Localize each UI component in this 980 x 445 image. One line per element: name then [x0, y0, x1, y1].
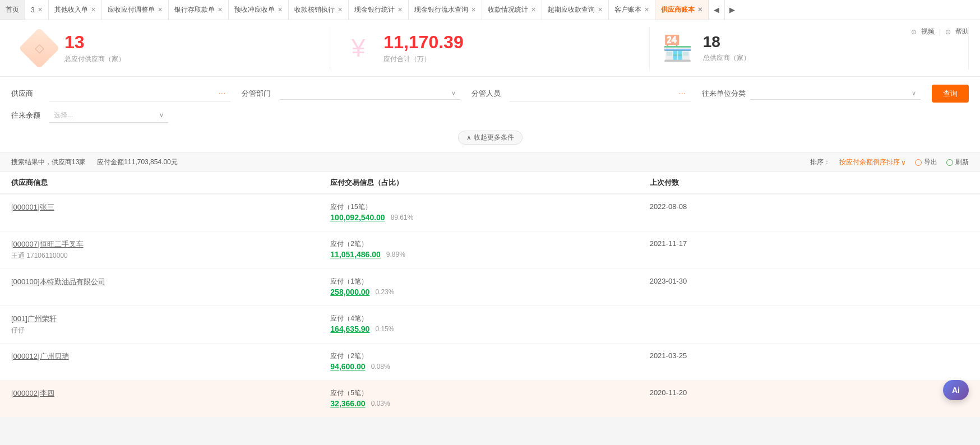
tx-percent: 0.15%	[375, 325, 394, 333]
table-row: [001]广州荣轩仔仔应付（4笔）164,635.900.15%	[0, 306, 980, 344]
nav-arrow-right[interactable]: ▶	[724, 0, 740, 20]
nav-tab-cash-flow[interactable]: 现金银行流水查询 ✕	[409, 0, 482, 20]
nav-tab-bank-deposit-close[interactable]: ✕	[218, 6, 223, 13]
stat-total-supplier-label: 总供应商（家）	[703, 53, 750, 63]
tx-amount-row: 94,600.000.08%	[330, 361, 649, 372]
tx-amount[interactable]: 32,366.00	[330, 399, 365, 408]
nav-tab-customer-ledger[interactable]: 客户账本 ✕	[609, 0, 655, 20]
ai-button[interactable]: Ai	[943, 380, 969, 400]
tx-cell: 应付（2笔）94,600.000.08%	[330, 351, 649, 372]
stat-supplier-text: 13 总应付供应商（家）	[64, 33, 125, 64]
unit-type-filter-select-wrap[interactable]: ∨	[750, 87, 921, 100]
nav-tab-collection-status-close[interactable]: ✕	[531, 6, 536, 13]
nav-arrow-left[interactable]: ◀	[709, 0, 724, 20]
nav-tab-advance-offset-close[interactable]: ✕	[278, 6, 283, 13]
last-pay-cell: 2022-08-08	[650, 202, 969, 223]
filter-row-2: 往来余额 选择... ∨	[11, 108, 969, 123]
person-filter-input[interactable]	[514, 89, 678, 98]
tx-percent: 0.08%	[371, 363, 390, 370]
supplier-link[interactable]: [001]广州荣轩	[11, 314, 330, 324]
nav-tab-supplier-ledger[interactable]: 供应商账本 ✕	[655, 0, 709, 20]
balance-filter-arrow: ∨	[159, 112, 164, 119]
supplier-cell: [000002]李四	[11, 388, 330, 409]
collapse-label: 收起更多条件	[474, 133, 514, 142]
tx-amount[interactable]: 11,051,486.00	[330, 250, 381, 259]
tx-amount-row: 258,000.000.23%	[330, 286, 649, 298]
stats-bar: ◇ 13 总应付供应商（家） ¥ 11,170.39 应付合计（万） 🏪 18 …	[0, 20, 980, 77]
tx-amount[interactable]: 258,000.00	[330, 288, 369, 296]
tx-amount[interactable]: 94,600.00	[330, 362, 365, 371]
stat-payable-label: 应付合计（万）	[383, 54, 463, 64]
refresh-button[interactable]: 刷新	[946, 157, 969, 167]
person-filter-dots[interactable]: ···	[678, 89, 686, 99]
export-icon	[915, 159, 922, 166]
tx-label: 应付（4笔）	[330, 314, 649, 323]
nav-tab-overdue-query-close[interactable]: ✕	[598, 6, 603, 13]
stat-total-supplier-number: 18	[703, 34, 750, 51]
col-header-supplier: 供应商信息	[11, 178, 330, 188]
supplier-link[interactable]: [000100]本特勤油品有限公司	[11, 277, 330, 287]
nav-tab-collection-verify-close[interactable]: ✕	[338, 6, 343, 13]
nav-tab-3-close[interactable]: ✕	[38, 6, 43, 13]
stat-total-supplier-icon: 🏪	[661, 31, 695, 65]
stat-payable-number: 11,170.39	[383, 33, 463, 52]
dept-filter-select-wrap[interactable]: ∨	[280, 87, 461, 100]
tx-amount[interactable]: 164,635.90	[330, 325, 369, 333]
supplier-cell: [000012]广州贝瑞	[11, 351, 330, 372]
nav-tab-ar-adjust[interactable]: 应收应付调整单 ✕	[102, 0, 169, 20]
last-pay-value: 2021-11-17	[650, 239, 969, 248]
nav-tab-other-income-label: 其他收入单	[54, 5, 88, 15]
nav-tab-collection-status[interactable]: 收款情况统计 ✕	[482, 0, 542, 20]
nav-tab-ar-adjust-close[interactable]: ✕	[158, 6, 163, 13]
nav-tab-cash-stats-close[interactable]: ✕	[397, 6, 403, 13]
dept-filter-label: 分管部门	[242, 89, 275, 99]
filter-balance: 往来余额 选择... ∨	[11, 108, 168, 123]
supplier-link[interactable]: [000002]李四	[11, 388, 330, 398]
supplier-filter-input-wrap[interactable]: ···	[49, 86, 230, 101]
nav-tab-supplier-ledger-close[interactable]: ✕	[697, 6, 702, 13]
nav-tab-bank-deposit[interactable]: 银行存取款单 ✕	[169, 0, 229, 20]
collapse-button[interactable]: ∧ 收起更多条件	[458, 131, 523, 145]
table-body: [000001]张三应付（15笔）100,092,540.0089.61%202…	[0, 194, 980, 418]
supplier-filter-input[interactable]	[54, 89, 218, 98]
nav-tab-other-income-close[interactable]: ✕	[91, 6, 96, 13]
result-amount: 应付金额111,703,854.00元	[97, 157, 177, 167]
top-navigation: 首页 3 ✕ 其他收入单 ✕ 应收应付调整单 ✕ 银行存取款单 ✕ 预收冲应收单…	[0, 0, 980, 20]
tx-label: 应付（2笔）	[330, 351, 649, 361]
help-link[interactable]: 帮助	[955, 27, 969, 36]
nav-tab-collection-verify[interactable]: 收款核销执行 ✕	[289, 0, 349, 20]
nav-tab-cash-flow-close[interactable]: ✕	[471, 6, 476, 13]
top-right-links: ⊙ 视频 | ⊙ 帮助	[911, 27, 969, 36]
nav-tab-overdue-query[interactable]: 超期应收款查询 ✕	[542, 0, 609, 20]
nav-tab-home[interactable]: 首页	[0, 0, 25, 20]
refresh-label: 刷新	[955, 157, 969, 167]
nav-tab-collection-verify-label: 收款核销执行	[294, 5, 335, 15]
nav-tab-advance-offset[interactable]: 预收冲应收单 ✕	[229, 0, 289, 20]
person-filter-input-wrap[interactable]: ···	[510, 86, 691, 101]
video-link[interactable]: 视频	[921, 27, 935, 36]
table-row: [000012]广州贝瑞应付（2笔）94,600.000.08%2021-03-…	[0, 344, 980, 381]
collapse-icon: ∧	[466, 134, 471, 142]
query-button[interactable]: 查询	[932, 85, 969, 103]
filter-area: 供应商 ··· 分管部门 ∨ 分管人员 ··· 往来单位分类	[0, 77, 980, 153]
nav-tab-cash-stats[interactable]: 现金银行统计 ✕	[349, 0, 409, 20]
last-pay-value: 2022-08-08	[650, 202, 969, 211]
supplier-link[interactable]: [000001]张三	[11, 202, 330, 212]
refresh-icon	[946, 159, 953, 166]
tx-amount[interactable]: 100,092,540.00	[330, 213, 385, 222]
nav-tab-home-label: 首页	[6, 5, 19, 15]
supplier-cell: [000001]张三	[11, 202, 330, 223]
supplier-link[interactable]: [000007]恒旺二手叉车	[11, 239, 330, 249]
last-pay-cell	[650, 314, 969, 335]
sort-select[interactable]: 按应付余额倒序排序 ∨	[839, 157, 906, 167]
supplier-cell: [000100]本特勤油品有限公司	[11, 277, 330, 298]
supplier-link[interactable]: [000012]广州贝瑞	[11, 351, 330, 361]
export-button[interactable]: 导出	[915, 157, 937, 167]
nav-tab-3[interactable]: 3 ✕	[25, 0, 49, 20]
stat-supplier-number: 13	[64, 33, 125, 52]
balance-filter-select-wrap[interactable]: 选择... ∨	[49, 108, 168, 123]
supplier-filter-dots[interactable]: ···	[218, 89, 225, 99]
tx-cell: 应付（5笔）32,366.000.03%	[330, 388, 649, 409]
nav-tab-customer-ledger-close[interactable]: ✕	[644, 6, 649, 13]
nav-tab-other-income[interactable]: 其他收入单 ✕	[49, 0, 102, 20]
